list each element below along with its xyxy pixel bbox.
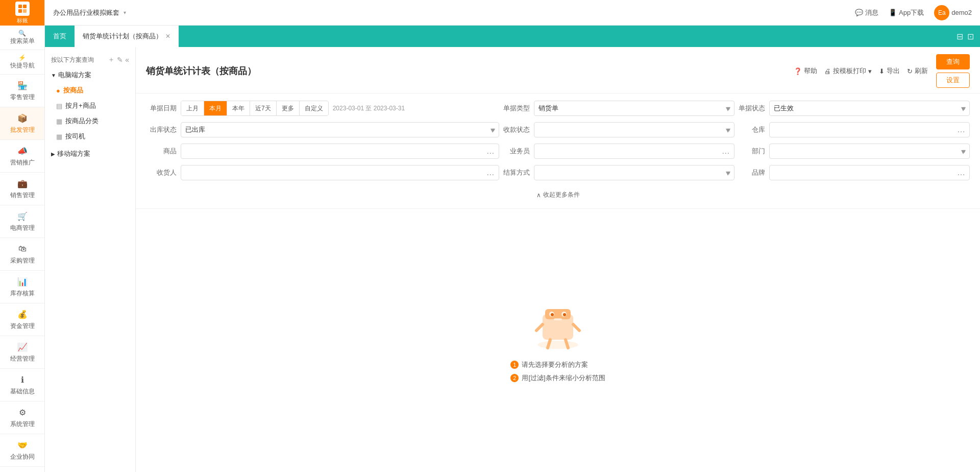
date-tab-last-7[interactable]: 近7天: [250, 101, 277, 115]
filter-field-doc-type: 单据类型 销货单 ▾: [499, 101, 734, 116]
out-status-select[interactable]: 已出库 ▾: [181, 122, 499, 137]
receipt-status-dropdown[interactable]: ▾: [726, 125, 730, 135]
top-header: 办公用品行业模拟账套 ▾ 💬 消息 📱 App下载 Ea demo2: [45, 0, 980, 26]
tab-home[interactable]: 首页: [45, 26, 75, 47]
step-2-num: 2: [510, 374, 519, 382]
filter-item-by-month-product[interactable]: ▤ 按月+商品: [45, 98, 135, 113]
svg-rect-1: [23, 5, 27, 8]
filter-title-actions: ＋ ✎ «: [108, 55, 129, 64]
settlement-dropdown[interactable]: ▾: [726, 168, 730, 178]
warehouse-more[interactable]: …: [957, 125, 965, 134]
tab-minimize-icon[interactable]: ⊟: [957, 32, 963, 41]
edit-scheme-icon[interactable]: ✎: [117, 56, 123, 64]
quick-nav-icon: ⚡: [3, 54, 42, 61]
receiver-input[interactable]: …: [181, 165, 499, 180]
export-icon: ⬇: [879, 67, 885, 75]
filter-field-receiver: 收货人 …: [146, 165, 499, 180]
settlement-label: 结算方式: [499, 168, 530, 177]
date-tab-more[interactable]: 更多: [277, 101, 300, 115]
sidebar-item-system[interactable]: ⚙ 系统管理: [0, 402, 44, 434]
settings-btn[interactable]: 设置: [936, 73, 970, 88]
refresh-btn[interactable]: ↻ 刷新: [907, 66, 928, 76]
salesperson-more[interactable]: …: [722, 147, 730, 156]
filter-field-product: 商品 …: [146, 144, 499, 159]
app-title-arrow[interactable]: ▾: [124, 10, 126, 15]
dept-dropdown[interactable]: ▾: [961, 147, 965, 156]
enterprise-icon: 🤝: [17, 439, 28, 451]
settlement-wrap: ▾: [534, 165, 734, 180]
sidebar-item-purchase[interactable]: 🛍 采购管理: [0, 238, 44, 271]
dept-select[interactable]: ▾: [769, 144, 970, 159]
date-tab-this-year[interactable]: 本年: [227, 101, 250, 115]
receiver-label: 收货人: [146, 168, 177, 177]
main-content: 销货单统计计表（按商品） ❓ 帮助 🖨 按模板打印 ▾ ⬇: [136, 47, 980, 472]
add-scheme-icon[interactable]: ＋: [108, 55, 115, 64]
header-left: 办公用品行业模拟账套 ▾: [53, 8, 126, 17]
user-profile[interactable]: Ea demo2: [934, 5, 972, 20]
settlement-select[interactable]: ▾: [534, 165, 734, 180]
search-menu[interactable]: 🔍 搜索菜单: [0, 26, 44, 50]
filter-panel-title: 按以下方案查询 ＋ ✎ «: [45, 52, 135, 67]
sidebar-item-sales[interactable]: 💼 销售管理: [0, 173, 44, 205]
doc-type-label: 单据类型: [499, 104, 530, 113]
collapse-more-btn[interactable]: ∧ 收起更多条件: [146, 186, 970, 201]
tab-close-icon[interactable]: ✕: [165, 33, 170, 40]
collapse-panel-icon[interactable]: «: [125, 56, 129, 64]
sidebar-item-guide[interactable]: 🔰 新手引导: [0, 467, 44, 472]
brand-more[interactable]: …: [957, 168, 965, 177]
message-btn[interactable]: 💬 消息: [855, 8, 878, 17]
sidebar-item-enterprise[interactable]: 🤝 企业协同: [0, 434, 44, 467]
by-month-product-icon: ▤: [56, 102, 62, 110]
doc-type-dropdown[interactable]: ▾: [726, 104, 730, 113]
filter-item-by-product[interactable]: ● 按商品: [45, 83, 135, 98]
filter-item-by-cashier[interactable]: ▦ 按司机: [45, 129, 135, 144]
product-input[interactable]: …: [181, 144, 499, 159]
purchase-icon: 🛍: [17, 243, 28, 254]
filter-field-receipt-status: 收款状态 ▾: [499, 122, 734, 137]
filter-field-settlement: 结算方式 ▾: [499, 165, 734, 180]
collapse-up-icon: ∧: [536, 192, 541, 199]
sidebar-item-marketing[interactable]: 📣 营销推广: [0, 140, 44, 173]
sidebar-item-operation[interactable]: 📈 经营管理: [0, 336, 44, 369]
page-title: 销货单统计计表（按商品）: [146, 65, 256, 77]
export-btn[interactable]: ⬇ 导出: [879, 66, 900, 76]
sidebar-item-ecommerce[interactable]: 🛒 电商管理: [0, 205, 44, 238]
brand-input[interactable]: …: [769, 165, 970, 180]
print-btn[interactable]: 🖨 按模板打印 ▾: [824, 66, 872, 76]
print-dropdown-icon[interactable]: ▾: [868, 67, 872, 75]
product-more[interactable]: …: [486, 147, 495, 156]
sidebar: 标账 🔍 搜索菜单 ⚡ 快捷导航 🏪 零售管理 📦 批发管理 📣 营销推广 💼 …: [0, 0, 45, 472]
tab-actions: ⊟ ⊡: [950, 32, 980, 41]
tab-maximize-icon[interactable]: ⊡: [967, 32, 974, 41]
product-wrap: …: [181, 144, 499, 159]
date-tab-custom[interactable]: 自定义: [300, 101, 328, 115]
quick-nav[interactable]: ⚡ 快捷导航: [0, 50, 44, 75]
filter-row-3: 商品 … 业务员 …: [146, 144, 970, 159]
date-tab-this-month[interactable]: 本月: [204, 101, 227, 115]
mobile-section-title[interactable]: ▶ 移动端方案: [45, 146, 135, 161]
filter-item-by-category[interactable]: ▦ 按商品分类: [45, 113, 135, 129]
desktop-section-title[interactable]: ▼ 电脑端方案: [45, 67, 135, 83]
sidebar-item-basic[interactable]: ℹ 基础信息: [0, 369, 44, 402]
doc-type-select[interactable]: 销货单 ▾: [534, 101, 734, 116]
receipt-status-select[interactable]: ▾: [534, 122, 734, 137]
svg-line-12: [536, 324, 543, 331]
sidebar-item-retail[interactable]: 🏪 零售管理: [0, 75, 44, 107]
out-status-dropdown[interactable]: ▾: [491, 125, 495, 135]
tab-sales-stat[interactable]: 销货单统计计划（按商品） ✕: [75, 26, 179, 47]
query-btn[interactable]: 查询: [936, 54, 970, 69]
retail-icon: 🏪: [17, 80, 28, 91]
date-tab-last-month[interactable]: 上月: [181, 101, 204, 115]
filter-field-doc-status: 单据状态 已生效 ▾: [734, 101, 970, 116]
doc-status-select[interactable]: 已生效 ▾: [769, 101, 970, 116]
sidebar-item-wholesale[interactable]: 📦 批发管理: [0, 107, 44, 140]
doc-status-dropdown[interactable]: ▾: [961, 104, 965, 113]
help-btn[interactable]: ❓ 帮助: [794, 66, 817, 76]
sidebar-item-finance[interactable]: 💰 资金管理: [0, 303, 44, 336]
salesperson-input[interactable]: …: [534, 144, 734, 159]
app-download-btn[interactable]: 📱 App下载: [889, 8, 924, 17]
receiver-more[interactable]: …: [486, 168, 495, 177]
sidebar-item-inventory[interactable]: 📊 库存核算: [0, 271, 44, 303]
page-actions: ❓ 帮助 🖨 按模板打印 ▾ ⬇ 导出 ↻: [794, 66, 928, 76]
warehouse-input[interactable]: …: [769, 122, 970, 137]
